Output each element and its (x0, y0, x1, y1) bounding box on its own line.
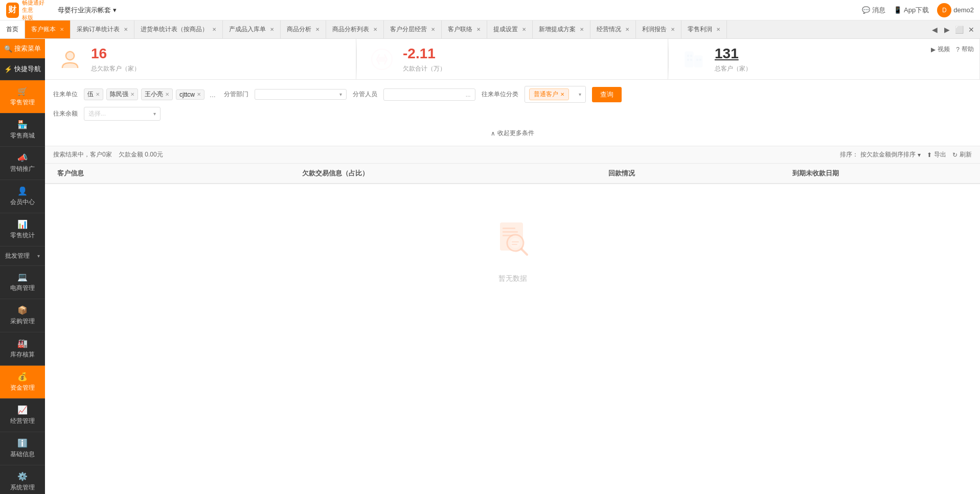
tab-purchase-stats-by-product[interactable]: 进货单统计表（按商品） ✕ (134, 20, 223, 39)
refresh-icon: ↻ (952, 151, 958, 159)
results-info: 搜索结果中，客户0家 欠款金额 0.00元 (53, 150, 163, 159)
unit-type-chevron-icon: ▾ (579, 92, 581, 97)
filter-unit-type-tag: 普通客户 ✕ (529, 88, 569, 100)
sidebar-item-wholesale-mgmt[interactable]: 批发管理 ▾ (0, 246, 45, 266)
tab-close-icon[interactable]: ✕ (270, 27, 274, 32)
filter-person-select[interactable]: ... (383, 88, 475, 101)
tab-profit-report[interactable]: 利润报告 ✕ (636, 20, 681, 39)
play-icon: ▶ (931, 46, 936, 53)
sidebar-item-retail-mgmt[interactable]: 🛒 零售管理 (0, 80, 45, 114)
sidebar-item-finance[interactable]: 💰 资金管理 (0, 366, 45, 399)
filter-tag-close-2[interactable]: ✕ (165, 92, 169, 97)
collapse-button[interactable]: ∧ 收起更多条件 (487, 127, 538, 140)
top-bar-right: 💬 消息 📱 App下载 D demo2 (862, 3, 974, 17)
sort-selector[interactable]: 排序： 按欠款金额倒序排序 ▾ (840, 150, 921, 159)
tab-close-icon[interactable]: ✕ (315, 27, 320, 32)
sidebar-item-retail-stats[interactable]: 📊 零售统计 (0, 213, 45, 246)
tab-customer-book[interactable]: 客户账本 ✕ (25, 20, 71, 39)
tab-close-icon[interactable]: ✕ (476, 27, 481, 32)
filter-tag-close-0[interactable]: ✕ (96, 92, 100, 97)
total-customers-value: 131 (715, 45, 751, 62)
finance-icon: 💰 (17, 372, 28, 381)
tab-window-button[interactable]: ✕ (966, 24, 977, 35)
avatar: D (937, 3, 951, 17)
sidebar-item-basic-info[interactable]: ℹ️ 基础信息 (0, 432, 45, 465)
query-button[interactable]: 查询 (592, 87, 622, 102)
sidebar-item-ecommerce[interactable]: 💻 电商管理 (0, 266, 45, 299)
enterprise-selector[interactable]: 母婴行业演示帐套 ▾ (54, 4, 121, 17)
tab-close-icon[interactable]: ✕ (212, 27, 216, 32)
sidebar-search[interactable]: 🔍 搜索菜单 (0, 39, 45, 58)
logo-text: 畅捷通好生意 标版 (22, 0, 50, 21)
tab-purchase-order-stats[interactable]: 采购订单统计表 ✕ (71, 20, 134, 39)
filter-unit-label: 往来单位 (53, 90, 78, 99)
top-bar: 财 畅捷通好生意 标版 母婴行业演示帐套 ▾ 💬 消息 📱 App下载 D de… (0, 0, 980, 20)
stat-numbers-total-customers: 131 总客户（家） (715, 45, 751, 73)
tab-scroll-left-button[interactable]: ◀ (929, 24, 940, 35)
filter-dept-select[interactable]: ▾ (255, 89, 347, 100)
sidebar-item-inventory[interactable]: 🏭 库存核算 (0, 332, 45, 366)
stat-icon-total-customers (681, 47, 706, 72)
tab-close-icon[interactable]: ✕ (671, 27, 675, 32)
tab-close-icon[interactable]: ✕ (124, 27, 128, 32)
tab-customer-tier[interactable]: 客户分层经营 ✕ (384, 20, 442, 39)
sidebar-item-retail-mall[interactable]: 🏪 零售商城 (0, 114, 45, 147)
user-menu[interactable]: D demo2 (937, 3, 974, 17)
tab-product-stock-in[interactable]: 产成品入库单 ✕ (223, 20, 281, 39)
tab-business-status[interactable]: 经营情况 ✕ (590, 20, 636, 39)
product-analysis-tab-label: 商品分析 (287, 25, 311, 34)
tab-close-icon[interactable]: ✕ (625, 27, 629, 32)
filter-unit-type-select[interactable]: 普通客户 ✕ ▾ (525, 86, 586, 103)
app-download-button[interactable]: 📱 App下载 (894, 6, 929, 15)
sidebar-item-system-mgmt[interactable]: ⚙️ 系统管理 (0, 465, 45, 494)
retail-mall-icon: 🏪 (17, 120, 28, 129)
purchase-order-stats-tab-label: 采购订单统计表 (77, 25, 120, 34)
empty-state-illustration (487, 215, 538, 266)
tab-scroll-right-button[interactable]: ▶ (941, 24, 952, 35)
tab-close-icon[interactable]: ✕ (522, 27, 526, 32)
filter-tag-3[interactable]: cjttcw ✕ (176, 89, 204, 100)
sidebar-item-purchase[interactable]: 📦 采购管理 (0, 299, 45, 332)
tab-retail-profit[interactable]: 零售利润 ✕ (681, 20, 727, 39)
export-button[interactable]: ⬆ 导出 (927, 150, 946, 159)
filter-tag-close-1[interactable]: ✕ (130, 92, 134, 97)
tab-close-icon[interactable]: ✕ (431, 27, 435, 32)
svg-line-18 (521, 249, 527, 255)
filter-tag-0[interactable]: 伍 ✕ (84, 88, 103, 100)
tab-close-icon[interactable]: ✕ (716, 27, 720, 32)
tab-product-analysis[interactable]: 商品分析 ✕ (281, 20, 326, 39)
retail-stats-icon: 📊 (17, 219, 28, 229)
filter-tag-1[interactable]: 陈民强 ✕ (106, 88, 138, 100)
sidebar-item-member[interactable]: 👤 会员中心 (0, 180, 45, 213)
help-button[interactable]: ? 帮助 (956, 45, 974, 54)
home-tab-label: 首页 (6, 25, 18, 34)
svg-rect-7 (690, 55, 692, 57)
business-status-tab-label: 经营情况 (597, 25, 621, 34)
system-mgmt-icon: ⚙️ (17, 471, 28, 481)
tab-improve-settings[interactable]: 提成设置 ✕ (487, 20, 533, 39)
tab-product-analysis-list[interactable]: 商品分析列表 ✕ (326, 20, 384, 39)
tab-customer-contact[interactable]: 客户联络 ✕ (442, 20, 487, 39)
tab-close-icon[interactable]: ✕ (60, 27, 64, 32)
sidebar-item-operations[interactable]: 📈 经营管理 (0, 399, 45, 432)
message-icon: 💬 (862, 6, 870, 14)
type-tag-close-icon[interactable]: ✕ (560, 92, 564, 97)
filter-balance-select[interactable]: 选择... ▾ (84, 107, 161, 121)
video-button[interactable]: ▶ 视频 (931, 45, 950, 54)
filter-more-button[interactable]: ... (208, 89, 218, 100)
filter-tag-close-3[interactable]: ✕ (197, 92, 201, 97)
filter-tag-2[interactable]: 王小亮 ✕ (141, 88, 173, 100)
tab-maximize-button[interactable]: ⬜ (953, 24, 965, 35)
message-button[interactable]: 💬 消息 (862, 6, 885, 15)
tab-home[interactable]: 首页 (0, 20, 25, 39)
tab-new-improve-plan[interactable]: 新增提成方案 ✕ (533, 20, 590, 39)
sidebar-item-marketing[interactable]: 📣 营销推广 (0, 147, 45, 180)
sidebar-quick-nav[interactable]: ⚡ 快捷导航 (0, 58, 45, 80)
main-layout: 🔍 搜索菜单 ⚡ 快捷导航 🛒 零售管理 🏪 零售商城 📣 营销推广 👤 会员中… (0, 39, 980, 494)
tab-close-icon[interactable]: ✕ (373, 27, 377, 32)
logo-icon: 财 (6, 3, 19, 18)
tab-close-icon[interactable]: ✕ (580, 27, 584, 32)
total-customers-label: 总客户（家） (715, 64, 751, 73)
balance-chevron-icon: ▾ (153, 111, 156, 117)
refresh-button[interactable]: ↻ 刷新 (952, 150, 972, 159)
